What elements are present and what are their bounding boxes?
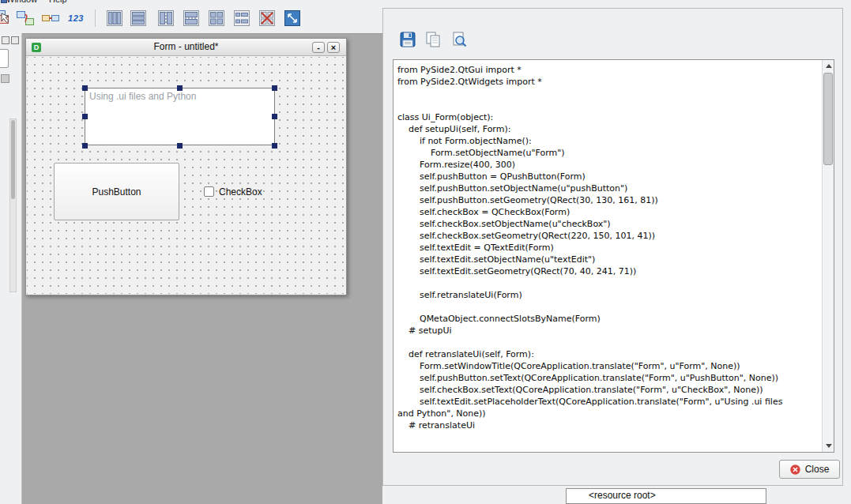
screen: { "menubar": { "items": ["Window", "Help… <box>0 0 851 504</box>
code-scrollbar[interactable] <box>822 60 834 452</box>
layout-vertical-button[interactable] <box>127 7 149 29</box>
selection-handle-mid-right[interactable] <box>272 114 277 119</box>
scroll-down-button[interactable] <box>823 440 834 452</box>
layout-vertical-icon <box>130 9 147 27</box>
code-text: from PySide2.QtGui import * from PySide2… <box>393 60 820 431</box>
adjust-size-icon <box>283 9 302 28</box>
edit-widgets-button[interactable] <box>0 7 14 29</box>
checkbox-label: CheckBox <box>219 186 262 197</box>
resource-browser: <resource root> <box>566 488 766 504</box>
copy-icon <box>424 31 442 48</box>
print-preview-icon <box>450 31 468 48</box>
save-icon <box>399 31 416 48</box>
edit-tab-order-button[interactable]: 123 <box>65 7 87 29</box>
edit-signals-slots-icon <box>16 9 35 28</box>
close-x-icon <box>790 465 800 475</box>
selection-handle-mid-left[interactable] <box>82 114 88 119</box>
code-scrollbar-thumb[interactable] <box>823 73 833 165</box>
dock-widget-icon <box>1 74 9 83</box>
code-preview-dialog: from PySide2.QtGui import * from PySide2… <box>382 8 843 486</box>
layout-form-button[interactable] <box>231 7 253 29</box>
resource-root-item[interactable]: <resource root> <box>589 489 766 502</box>
menu-bar: Window Help <box>0 0 851 5</box>
form-window-titlebar[interactable]: D Form - untitled* - × <box>26 39 346 56</box>
dock-scrollbar-thumb[interactable] <box>11 120 15 199</box>
close-button-label: Close <box>805 464 830 475</box>
break-layout-button[interactable] <box>256 7 278 29</box>
form-minimize-button[interactable]: - <box>312 42 325 53</box>
edit-buddies-icon <box>41 9 60 28</box>
checkbox-widget[interactable]: CheckBox <box>204 186 262 197</box>
edit-tab-order-icon: 123 <box>68 13 84 23</box>
break-layout-icon <box>258 9 276 27</box>
code-view[interactable]: from PySide2.QtGui import * from PySide2… <box>393 59 834 453</box>
menu-help[interactable]: Help <box>49 0 67 4</box>
dock-scrollbar[interactable] <box>9 118 17 292</box>
selection-handle-top-left[interactable] <box>82 85 88 91</box>
left-dock-fragment <box>0 33 22 504</box>
selection-handle-top-right[interactable] <box>272 85 277 91</box>
checkbox-indicator[interactable] <box>204 186 214 197</box>
edit-signals-slots-button[interactable] <box>14 7 36 29</box>
pushbutton-widget[interactable]: PushButton <box>54 163 179 220</box>
scroll-up-button[interactable] <box>823 60 834 72</box>
form-canvas[interactable]: Using .ui files and Python PushButton Ch… <box>27 57 345 294</box>
layout-horizontal-splitter-button[interactable] <box>155 7 177 29</box>
layout-form-icon <box>233 9 250 27</box>
selection-handle-bottom-mid[interactable] <box>177 143 183 149</box>
textedit-placeholder: Using .ui files and Python <box>85 88 274 104</box>
adjust-size-button[interactable] <box>281 7 303 29</box>
layout-vertical-splitter-button[interactable] <box>180 7 202 29</box>
selection-handle-top-mid[interactable] <box>177 85 183 91</box>
layout-horizontal-icon <box>106 9 123 27</box>
designer-form-icon: D <box>32 43 41 52</box>
layout-vertical-splitter-icon <box>183 9 200 27</box>
arrow-down-icon <box>826 444 832 448</box>
layout-horizontal-button[interactable] <box>104 7 126 29</box>
save-button[interactable] <box>398 30 417 49</box>
selection-handle-bottom-right[interactable] <box>272 143 277 149</box>
toolbar-separator <box>95 9 96 27</box>
print-preview-button[interactable] <box>450 30 469 49</box>
close-button[interactable]: Close <box>779 460 840 479</box>
dock-float-button[interactable] <box>2 36 9 44</box>
dock-close-button[interactable] <box>11 36 19 44</box>
layout-grid-button[interactable] <box>205 7 228 29</box>
form-designer-window[interactable]: D Form - untitled* - × Using .ui files a… <box>25 38 347 295</box>
layout-horizontal-splitter-icon <box>157 9 175 27</box>
dock-filter-input[interactable] <box>0 49 9 68</box>
form-window-title: Form - untitled* <box>26 39 346 55</box>
textedit-widget[interactable]: Using .ui files and Python <box>85 88 275 145</box>
menu-window[interactable]: Window <box>6 0 37 4</box>
arrow-up-icon <box>826 64 832 68</box>
selection-handle-bottom-left[interactable] <box>82 143 88 149</box>
edit-widgets-icon <box>0 9 13 28</box>
edit-buddies-button[interactable] <box>40 7 62 29</box>
form-close-button[interactable]: × <box>327 42 340 53</box>
layout-grid-icon <box>208 9 225 27</box>
copy-button[interactable] <box>424 30 442 49</box>
